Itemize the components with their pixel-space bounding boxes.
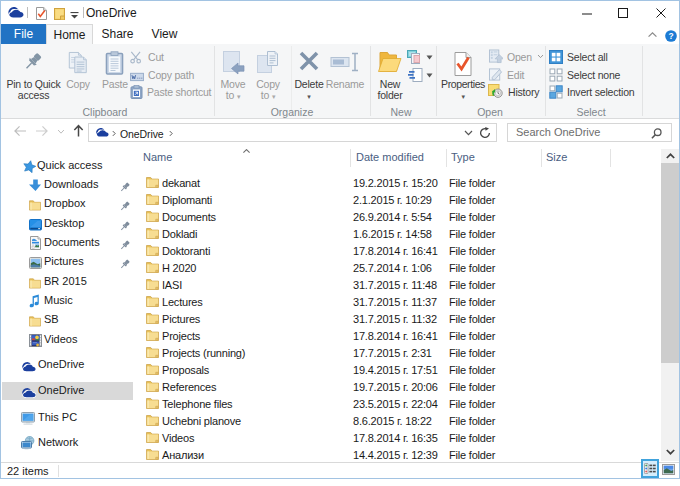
svg-text:?: ? xyxy=(668,31,673,41)
